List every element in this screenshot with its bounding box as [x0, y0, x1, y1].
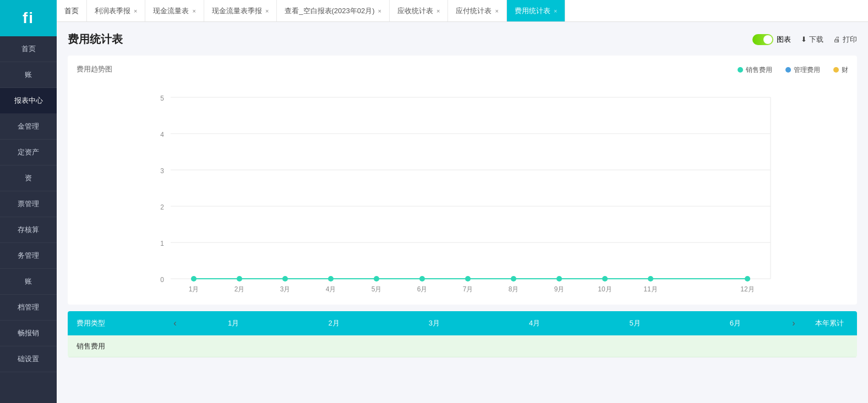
chart-toggle-label: 图表	[777, 35, 791, 45]
tab-home[interactable]: 首页	[57, 0, 87, 21]
tab-bar: 首页 利润表季报 × 现金流量表 × 现金流量表季报 × 查看_空白报表(202…	[57, 0, 868, 22]
tab-blank-report[interactable]: 查看_空白报表(2023年02月) ×	[277, 0, 390, 21]
svg-text:0: 0	[160, 276, 164, 284]
legend-finance-dot	[833, 67, 839, 73]
chart-container: 费用趋势图 销售费用 管理费用 财	[68, 56, 857, 305]
download-button[interactable]: ⬇ 下载	[801, 35, 823, 45]
sidebar-item-service[interactable]: 务管理	[0, 243, 57, 269]
tab-close-receivable[interactable]: ×	[436, 8, 440, 14]
print-icon: 🖨	[833, 35, 840, 43]
svg-text:7月: 7月	[463, 285, 473, 293]
tab-close-cashflow[interactable]: ×	[192, 8, 195, 14]
svg-point-15	[282, 276, 288, 281]
print-button[interactable]: 🖨 打印	[833, 35, 857, 45]
svg-text:11月: 11月	[643, 285, 657, 293]
sidebar-item-cash[interactable]: 金管理	[0, 114, 57, 140]
svg-text:12月: 12月	[740, 285, 754, 293]
tab-cashflow[interactable]: 现金流量表 ×	[145, 0, 204, 21]
svg-point-24	[745, 276, 750, 281]
svg-text:3月: 3月	[280, 285, 291, 293]
sidebar-item-reimbursement[interactable]: 畅报销	[0, 321, 57, 346]
tab-close-payable[interactable]: ×	[495, 8, 498, 14]
page-header: 费用统计表 图表 ⬇ 下载 🖨 打印	[68, 32, 857, 47]
table-row: 销售费用	[68, 335, 857, 357]
chart-toggle-wrap: 图表	[752, 34, 791, 45]
th-month-5: 5月	[585, 318, 685, 328]
legend-admin-label: 管理费用	[794, 65, 820, 75]
legend-admin-dot	[785, 67, 791, 73]
sidebar-item-inventory[interactable]: 存核算	[0, 217, 57, 243]
th-month-3: 3月	[384, 318, 484, 328]
sidebar-item-reports[interactable]: 报表中心	[0, 88, 57, 114]
sidebar-item-assets[interactable]: 定资产	[0, 140, 57, 165]
tab-close-cashflow-quarterly[interactable]: ×	[265, 8, 269, 14]
svg-text:4月: 4月	[326, 285, 336, 293]
th-next-arrow[interactable]: ›	[785, 318, 802, 328]
th-month-2: 2月	[283, 318, 384, 328]
content-area: 费用统计表 图表 ⬇ 下载 🖨 打印 费用趋势图	[57, 22, 868, 403]
th-month-1: 1月	[183, 318, 283, 328]
svg-text:9月: 9月	[554, 285, 565, 293]
svg-point-19	[465, 276, 471, 281]
svg-point-20	[511, 276, 516, 281]
svg-text:2月: 2月	[234, 285, 245, 293]
th-month-6: 6月	[685, 318, 785, 328]
th-prev-arrow[interactable]: ‹	[167, 318, 183, 328]
svg-text:10月: 10月	[598, 285, 612, 293]
sidebar-item-home[interactable]: 首页	[0, 36, 57, 62]
sidebar-item-settings[interactable]: 础设置	[0, 346, 57, 372]
svg-point-23	[648, 276, 653, 281]
svg-point-18	[419, 276, 425, 281]
sidebar-item-ledger[interactable]: 账	[0, 269, 57, 295]
tab-expense[interactable]: 费用统计表 ×	[507, 0, 565, 21]
sidebar: fi 首页 账 报表中心 金管理 定资产 资 票管理 存核算 务管理 账 档管理…	[0, 0, 57, 403]
th-ytd: 本年累计	[802, 318, 857, 328]
header-actions: 图表 ⬇ 下载 🖨 打印	[752, 34, 857, 45]
legend-finance-label: 财	[842, 65, 848, 75]
svg-text:5月: 5月	[372, 285, 382, 293]
svg-text:3: 3	[160, 167, 164, 175]
main-area: 首页 利润表季报 × 现金流量表 × 现金流量表季报 × 查看_空白报表(202…	[57, 0, 868, 403]
legend-finance: 财	[833, 65, 848, 75]
tab-receivable[interactable]: 应收统计表 ×	[390, 0, 448, 21]
svg-point-16	[328, 276, 334, 281]
chart-title: 费用趋势图	[77, 64, 112, 74]
svg-text:5: 5	[160, 95, 164, 102]
tab-cashflow-quarterly[interactable]: 现金流量表季报 ×	[204, 0, 277, 21]
trend-chart: 5 4 3 2 1 0	[77, 85, 848, 294]
svg-text:1: 1	[160, 240, 164, 247]
svg-text:8月: 8月	[509, 285, 519, 293]
tab-payable[interactable]: 应付统计表 ×	[448, 0, 506, 21]
tab-close-profit-quarterly[interactable]: ×	[134, 8, 137, 14]
tab-close-blank-report[interactable]: ×	[378, 8, 381, 14]
legend-sales: 销售费用	[738, 65, 772, 75]
sidebar-item-account[interactable]: 账	[0, 62, 57, 88]
chart-toggle[interactable]	[752, 34, 773, 45]
chart-svg-wrap: 5 4 3 2 1 0	[77, 85, 848, 296]
th-expense-type: 费用类型	[68, 318, 167, 328]
legend-admin: 管理费用	[785, 65, 820, 75]
svg-point-17	[374, 276, 379, 281]
table-header-row: 费用类型 ‹ 1月 2月 3月 4月 5月 6月 › 本年累计	[68, 311, 857, 335]
tab-close-expense[interactable]: ×	[554, 8, 557, 14]
svg-text:2: 2	[160, 203, 164, 211]
svg-text:1月: 1月	[189, 285, 199, 293]
sidebar-item-capital[interactable]: 资	[0, 165, 57, 191]
chart-legend: 销售费用 管理费用 财	[738, 65, 848, 75]
svg-point-21	[556, 276, 562, 281]
svg-point-14	[237, 276, 242, 281]
svg-text:4: 4	[160, 131, 164, 139]
svg-text:6月: 6月	[417, 285, 428, 293]
sidebar-item-invoice[interactable]: 票管理	[0, 191, 57, 217]
td-expense-type: 销售费用	[68, 341, 167, 351]
page-title: 费用统计表	[68, 32, 123, 47]
sidebar-logo: fi	[0, 0, 57, 36]
tab-profit-quarterly[interactable]: 利润表季报 ×	[87, 0, 145, 21]
sidebar-item-archive[interactable]: 档管理	[0, 295, 57, 321]
data-table: 费用类型 ‹ 1月 2月 3月 4月 5月 6月 › 本年累计 销售费用	[68, 311, 857, 357]
th-month-4: 4月	[484, 318, 585, 328]
svg-point-13	[191, 276, 196, 281]
legend-sales-dot	[738, 67, 743, 73]
legend-sales-label: 销售费用	[746, 65, 772, 75]
download-icon: ⬇	[801, 35, 807, 43]
